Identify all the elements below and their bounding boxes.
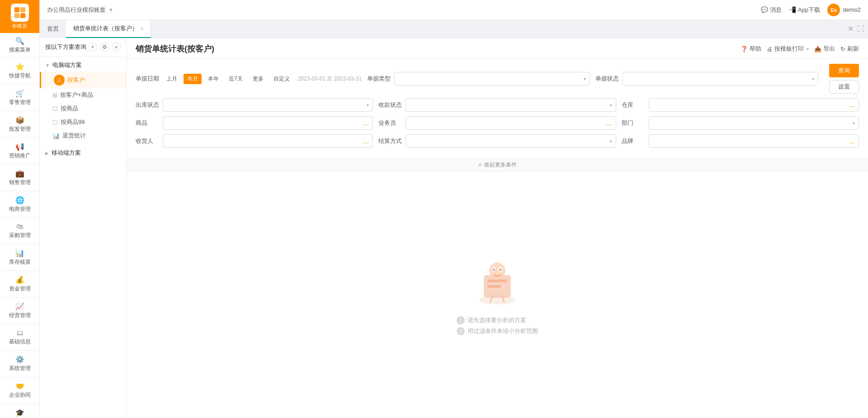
order-type-input[interactable]: ▾ — [394, 72, 590, 86]
product-label: 商品 — [136, 119, 159, 127]
out-status-input[interactable]: ▾ — [163, 98, 373, 112]
sidebar-item-finance[interactable]: 💰 资金管理 — [0, 271, 39, 298]
scheme-item-return-stats[interactable]: 📊 退货统计 — [40, 129, 126, 142]
right-panel: 销货单统计表(按客户) ❓ 帮助 🖨 按模板打印 ▾ 📤 导出 — [127, 38, 868, 418]
sidebar-item-basic[interactable]: 🗂 基础信息 — [0, 324, 39, 351]
date-btn-more[interactable]: 更多 — [249, 74, 267, 84]
sidebar-item-marketing[interactable]: 📢 营销推广 — [0, 138, 39, 165]
help-btn[interactable]: ❓ 帮助 — [741, 45, 761, 53]
print-btn[interactable]: 🖨 按模板打印 ▾ — [767, 45, 809, 53]
scheme-product99-label: 按商品99 — [61, 118, 85, 126]
refresh-btn[interactable]: ↻ 刷新 — [840, 45, 859, 53]
sidebar-item-system[interactable]: ⚙️ 系统管理 — [0, 351, 39, 377]
svg-rect-2 — [14, 13, 19, 18]
order-status-input[interactable]: ▾ — [623, 72, 818, 86]
close-window-icon[interactable]: ✕ — [848, 24, 854, 33]
marketing-label: 营销推广 — [2, 152, 38, 160]
sidebar-item-ecommerce[interactable]: 🌐 电商管理 — [0, 191, 39, 218]
brand-dots[interactable]: ... — [849, 137, 855, 145]
warehouse-input[interactable]: ... — [649, 98, 859, 112]
refresh-icon: ↻ — [840, 46, 845, 52]
sidebar-item-newbie[interactable]: 🎓 新手引导 — [0, 404, 39, 418]
order-status-label: 单据状态 — [595, 75, 619, 83]
sidebar-search[interactable]: 🔍 搜索菜单 — [0, 33, 39, 58]
tab-close-icon[interactable]: × — [141, 26, 143, 31]
add-scheme-btn[interactable]: + — [88, 43, 97, 52]
sidebar-item-inventory[interactable]: 📊 库存核算 — [0, 244, 39, 271]
payment-status-arrow: ▾ — [610, 103, 612, 108]
system-label: 系统管理 — [2, 365, 38, 372]
settlement-arrow: ▾ — [610, 139, 612, 144]
date-btn-last-month[interactable]: 上月 — [163, 74, 181, 84]
brand-input[interactable]: ... — [649, 134, 859, 148]
tab-sales-stats[interactable]: 销货单统计表（按客户） × — [66, 20, 151, 38]
filter-row-4: 收货人 ... 结算方式 ▾ 品牌 — [136, 134, 859, 148]
tip-num-2: 2 — [457, 327, 465, 335]
sidebar-item-sales[interactable]: 💼 销售管理 — [0, 165, 39, 191]
sidebar-logo[interactable]: 标账页 — [0, 0, 39, 33]
mobile-group-header[interactable]: ▶ 移动端方案 — [40, 146, 126, 160]
settings-button[interactable]: 设置 — [829, 80, 859, 94]
empty-tips: 1 请先选择要分析的方案 2 用过滤条件来缩小分析范围 — [457, 316, 538, 335]
sidebar-item-shortcut[interactable]: ⭐ 快捷导航 — [0, 58, 39, 85]
recipient-dots[interactable]: ... — [363, 137, 369, 145]
sidebar-item-wholesale[interactable]: 📦 批发管理 — [0, 111, 39, 138]
print-dropdown-icon[interactable]: ▾ — [807, 47, 809, 52]
empty-state: 1 请先选择要分析的方案 2 用过滤条件来缩小分析范围 — [127, 172, 868, 418]
payment-status-label: 收款状态 — [378, 101, 402, 109]
payment-status-input[interactable]: ▾ — [406, 98, 616, 112]
main-area: 办公用品行业模拟账套 ▾ 💬 消息 📲 App下载 Ea demo2 首页 — [40, 0, 868, 418]
tab-home[interactable]: 首页 — [40, 20, 66, 38]
export-btn[interactable]: 📤 导出 — [814, 45, 835, 53]
content-area: 按以下方案查询 + ⚙ « ▼ 电脑端方案 人 按客户 ⊞ — [40, 38, 868, 418]
filter-out-status: 出库状态 ▾ — [136, 98, 373, 112]
date-btn-last-7-days[interactable]: 近7天 — [225, 74, 246, 84]
industry-title: 办公用品行业模拟账套 — [47, 6, 106, 14]
active-scheme-dot: 人 — [54, 75, 65, 86]
scheme-collapse-btn[interactable]: « — [112, 43, 121, 52]
date-btn-this-year[interactable]: 本年 — [204, 74, 222, 84]
user-profile-btn[interactable]: Ea demo2 — [827, 4, 861, 16]
header-dropdown-icon[interactable]: ▾ — [109, 6, 113, 13]
filter-settlement: 结算方式 ▾ — [378, 134, 616, 148]
app-download-btn[interactable]: 📲 App下载 — [789, 6, 820, 14]
staff-input[interactable]: ... — [406, 116, 616, 130]
tip-num-1: 1 — [457, 316, 465, 324]
scheme-item-customer-product[interactable]: ⊞ 按客户+商品 — [40, 88, 126, 102]
query-button[interactable]: 查询 — [829, 64, 859, 77]
maximize-icon[interactable]: ⛶ — [857, 25, 864, 33]
recipient-input[interactable]: ... — [163, 134, 373, 148]
scheme-item-customer[interactable]: 人 按客户 — [40, 72, 126, 88]
product-dots[interactable]: ... — [363, 119, 369, 127]
refresh-label: 刷新 — [847, 45, 859, 53]
tab-window-controls: ✕ ⛶ — [848, 24, 864, 33]
collapse-bar[interactable]: ∧ 收起更多条件 — [127, 158, 868, 172]
department-arrow: ▾ — [853, 121, 855, 126]
scheme-settings-btn[interactable]: ⚙ — [100, 43, 109, 52]
message-label: 消息 — [770, 6, 782, 14]
desktop-group-header[interactable]: ▼ 电脑端方案 — [40, 58, 126, 72]
sidebar-item-operations[interactable]: 📈 经营管理 — [0, 298, 39, 324]
ecommerce-label: 电商管理 — [2, 205, 38, 213]
product-input[interactable]: ... — [163, 116, 373, 130]
export-label: 导出 — [823, 45, 835, 53]
sidebar-item-retail[interactable]: 🛒 零售管理 — [0, 85, 39, 111]
tip-text-1: 请先选择要分析的方案 — [467, 316, 526, 324]
department-input[interactable]: ▾ — [649, 116, 859, 130]
scheme-item-product99[interactable]: ☐ 按商品99 — [40, 115, 126, 129]
sidebar-item-purchase[interactable]: 🛍 采购管理 — [0, 218, 39, 244]
message-btn[interactable]: 💬 消息 — [761, 6, 782, 14]
order-type-label: 单据类型 — [367, 75, 391, 83]
product-icon: ☐ — [52, 105, 58, 112]
date-btn-this-month[interactable]: 本月 — [184, 74, 202, 84]
warehouse-dots[interactable]: ... — [849, 101, 855, 109]
staff-dots[interactable]: ... — [606, 119, 612, 127]
logo-icon — [11, 4, 29, 22]
date-btn-custom[interactable]: 自定义 — [270, 74, 293, 84]
header-right: 💬 消息 📲 App下载 Ea demo2 — [761, 4, 861, 16]
settlement-input[interactable]: ▾ — [406, 134, 616, 148]
customer-product-icon: ⊞ — [52, 92, 57, 99]
scheme-item-product[interactable]: ☐ 按商品 — [40, 102, 126, 115]
sidebar-item-enterprise[interactable]: 🤝 企业协同 — [0, 377, 39, 404]
date-range-display: 2023-03-01 至 2023-03-31 — [298, 75, 362, 83]
